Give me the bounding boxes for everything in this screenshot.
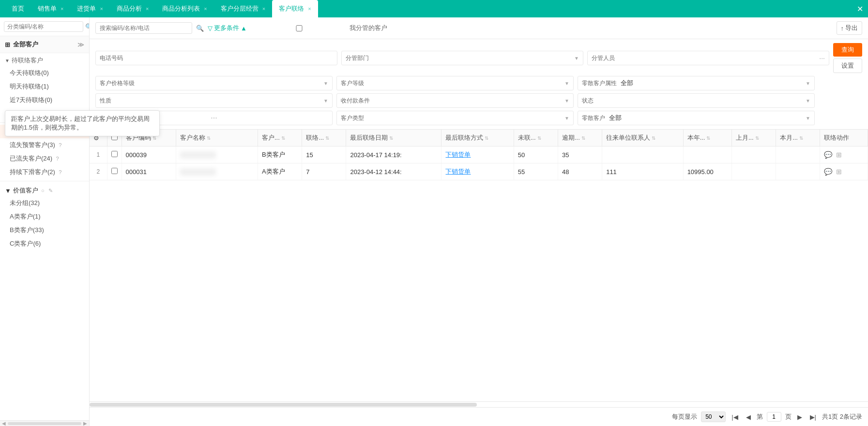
lost-preview-info-icon[interactable]: ?: [59, 142, 61, 148]
nav-close-customer-contact[interactable]: ×: [308, 6, 311, 12]
row1-grid-icon[interactable]: ⊞: [836, 151, 842, 159]
search-submit-icon[interactable]: 🔍: [196, 25, 204, 32]
my-customer-checkbox[interactable]: [251, 25, 348, 31]
settings-button[interactable]: 设置: [833, 59, 862, 73]
row1-checkbox[interactable]: [107, 147, 122, 163]
th-this-month-sort-icon[interactable]: ⇅: [799, 135, 803, 141]
nav-close-purchase[interactable]: ×: [100, 6, 103, 12]
sidebar-item-lost-preview[interactable]: 流失预警客户(3) ?: [0, 138, 89, 152]
filter-manager[interactable]: 分管人员 ···: [587, 51, 829, 65]
sidebar-item-7days[interactable]: 近7天待联络(0): [0, 93, 89, 107]
nav-close-analysis[interactable]: ×: [146, 6, 149, 12]
filter-phone[interactable]: 电话号码: [95, 51, 337, 65]
nav-item-analysis-list[interactable]: 商品分析列表 ×: [155, 0, 213, 17]
row2-grid-icon[interactable]: ⊞: [836, 168, 842, 176]
sidebar-scroll-left[interactable]: ◀: [2, 421, 6, 426]
filter-retail-customer[interactable]: 零散客户 全部 ▼: [578, 111, 815, 125]
filter-nature[interactable]: 性质 ▼: [95, 93, 333, 108]
th-this-year[interactable]: 本年... ⇅: [683, 130, 731, 147]
filter-customer-type[interactable]: 客户类型 ▼: [336, 111, 574, 125]
row2-chat-icon[interactable]: 💬: [824, 168, 832, 176]
th-no-contact[interactable]: 未联... ⇅: [514, 130, 558, 147]
sidebar-item-b-class[interactable]: B类客户(33): [0, 223, 89, 237]
th-last-method-sort-icon[interactable]: ⇅: [485, 135, 488, 141]
window-close-button[interactable]: ✕: [857, 4, 863, 14]
query-button[interactable]: 查询: [833, 43, 862, 57]
more-conditions-btn[interactable]: ▽ 更多条件 ▲: [208, 24, 247, 32]
th-last-date[interactable]: 最后联络日期 ⇅: [346, 130, 442, 147]
sidebar-item-c-class[interactable]: C类客户(6): [0, 237, 89, 250]
th-last-method[interactable]: 最后联络方式 ⇅: [442, 130, 514, 147]
th-type[interactable]: 客户... ⇅: [258, 130, 302, 147]
filter-dept[interactable]: 分管部门 ▼: [341, 51, 583, 65]
nav-close-customer-segment[interactable]: ×: [262, 6, 265, 12]
horizontal-scroll-thumb[interactable]: [90, 403, 477, 407]
page-first-btn[interactable]: |◀: [730, 412, 740, 422]
nav-item-purchase[interactable]: 进货单 ×: [70, 0, 109, 17]
th-no-contact-sort-icon[interactable]: ⇅: [537, 135, 541, 141]
th-contact-person-sort-icon[interactable]: ⇅: [652, 135, 655, 141]
sidebar-item-ungroup[interactable]: 未分组(32): [0, 196, 89, 210]
th-last-month-sort-icon[interactable]: ⇅: [755, 135, 759, 141]
filter-retail-attr[interactable]: 零散客户属性 全部 ▼: [578, 76, 815, 90]
th-overdue[interactable]: 逾期... ⇅: [558, 130, 602, 147]
sidebar-group-pending[interactable]: ▼ 待联络客户: [0, 53, 89, 66]
row2-select-checkbox[interactable]: [111, 168, 118, 174]
nav-item-home[interactable]: 首页: [5, 0, 31, 17]
sidebar-item-today[interactable]: 今天待联络(0): [0, 66, 89, 80]
my-customer-checkbox-label[interactable]: 我分管的客户: [251, 24, 387, 32]
th-contact-count-sort-icon[interactable]: ⇅: [325, 135, 329, 141]
sidebar-item-declining[interactable]: 持续下滑客户(2) ?: [0, 165, 89, 179]
sidebar-search-icon[interactable]: 🔍: [85, 23, 90, 30]
nav-close-analysis-list[interactable]: ×: [204, 6, 207, 12]
declining-info-icon[interactable]: ?: [59, 169, 61, 175]
th-last-month[interactable]: 上月... ⇅: [731, 130, 776, 147]
th-name[interactable]: 客户名称 ⇅: [176, 130, 258, 147]
nav-item-sales[interactable]: 销售单 ×: [31, 0, 70, 17]
th-type-sort-icon[interactable]: ⇅: [281, 135, 285, 141]
per-page-select[interactable]: 50 100 200: [701, 411, 726, 422]
export-button[interactable]: ↑ 导出: [837, 21, 863, 35]
nav-item-analysis[interactable]: 商品分析 ×: [110, 0, 155, 17]
row2-checkbox[interactable]: [107, 163, 122, 180]
sidebar-search-input[interactable]: [4, 21, 83, 32]
page-next-btn[interactable]: ▶: [795, 412, 804, 422]
filter-customer-grade[interactable]: 客户等级 ▼: [336, 76, 574, 90]
lost-info-icon[interactable]: ?: [56, 156, 59, 162]
th-contact-person[interactable]: 往来单位联系人 ⇅: [602, 130, 683, 147]
filter-payment[interactable]: 收付款条件 ▼: [336, 93, 574, 108]
th-contact-count[interactable]: 联络... ⇅: [302, 130, 346, 147]
all-customers-header[interactable]: ⊞ 全部客户 ≫: [0, 36, 89, 53]
value-group-circle-icon[interactable]: ○: [41, 188, 45, 193]
th-last-date-sort-icon[interactable]: ⇅: [389, 135, 393, 141]
th-this-year-sort-icon[interactable]: ⇅: [706, 135, 710, 141]
row1-select-checkbox[interactable]: [111, 151, 118, 157]
page-prev-btn[interactable]: ◀: [744, 412, 753, 422]
nav-close-sales[interactable]: ×: [61, 6, 63, 12]
row2-last-method-value[interactable]: 下销货单: [445, 168, 471, 175]
sidebar-item-tomorrow[interactable]: 明天待联络(1): [0, 80, 89, 93]
sidebar-scroll-right[interactable]: ▶: [83, 421, 87, 426]
page-last-btn[interactable]: ▶|: [808, 412, 818, 422]
search-input[interactable]: [95, 22, 192, 34]
sidebar-collapse-btn[interactable]: ≫: [77, 41, 84, 48]
page-input[interactable]: [767, 412, 781, 422]
sidebar-item-lost[interactable]: 已流失客户(24) ?: [0, 152, 89, 165]
th-overdue-sort-icon[interactable]: ⇅: [581, 135, 585, 141]
sidebar-value-group-header[interactable]: ▼ 价值客户 ○ ✎: [0, 183, 89, 196]
row1-last-method-value[interactable]: 下销货单: [445, 151, 471, 158]
filter-status[interactable]: 状态 ▼: [578, 93, 815, 108]
sidebar-item-a-class[interactable]: A类客户(1): [0, 210, 89, 223]
row1-chat-icon[interactable]: 💬: [824, 151, 832, 159]
row1-code[interactable]: 000039: [122, 147, 176, 163]
nav-item-customer-segment[interactable]: 客户分层经营 ×: [214, 0, 272, 17]
value-group-edit-icon[interactable]: ✎: [48, 188, 53, 194]
row2-last-method[interactable]: 下销货单: [442, 163, 514, 180]
nav-item-customer-contact[interactable]: 客户联络 ×: [272, 0, 318, 17]
horizontal-scrollbar[interactable]: [90, 401, 868, 407]
row2-code[interactable]: 000031: [122, 163, 176, 180]
filter-price-grade[interactable]: 客户价格等级 ▼: [95, 76, 333, 90]
row1-last-method[interactable]: 下销货单: [442, 147, 514, 163]
th-name-sort-icon[interactable]: ⇅: [207, 135, 211, 141]
th-this-month[interactable]: 本月... ⇅: [776, 130, 820, 147]
